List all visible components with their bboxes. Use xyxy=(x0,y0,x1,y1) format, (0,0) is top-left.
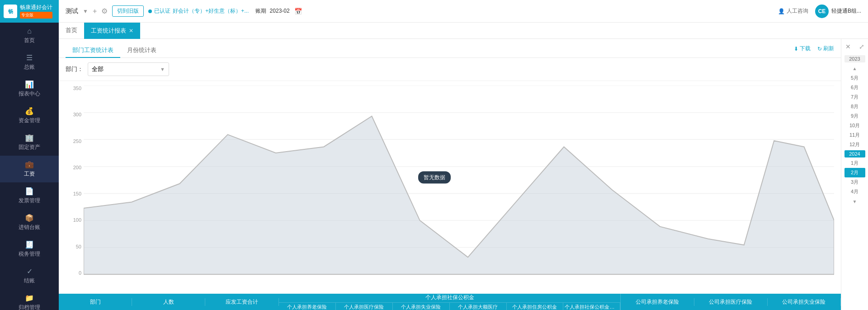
sales-icon: 📦 xyxy=(25,214,34,222)
topbar-add-button[interactable]: + xyxy=(93,7,97,15)
y-label-350: 350 xyxy=(66,86,84,91)
month-may-2023[interactable]: 5月 xyxy=(844,73,865,83)
y-label-250: 250 xyxy=(66,138,84,144)
col-company-unemployment: 公司承担失业保险 xyxy=(768,298,841,306)
salary-icon: 💼 xyxy=(25,160,34,169)
sidebar-item-archive[interactable]: 📁 归档管理 xyxy=(0,289,59,310)
sidebar-item-label: 税务管理 xyxy=(19,250,40,258)
chart-path xyxy=(84,116,834,275)
month-jul-2023[interactable]: 7月 xyxy=(844,92,865,102)
month-feb-2024[interactable]: 2月 xyxy=(844,168,865,177)
main-content: 测试 ▼ + ⚙ 切到旧版 已认证 好会计（专）+好生意（标）+... 账期 2… xyxy=(59,0,868,310)
user-menu[interactable]: CE 轻捷通B组... xyxy=(815,5,861,18)
panel-nav-up[interactable]: ▲ xyxy=(849,64,860,72)
refresh-button[interactable]: ↻ 刷新 xyxy=(817,45,834,52)
sidebar-item-sales[interactable]: 📦 进销台账 xyxy=(0,209,59,236)
panel-nav-down[interactable]: ▼ xyxy=(849,197,860,205)
sidebar-item-label: 进销台账 xyxy=(19,224,40,231)
month-apr-2024[interactable]: 4月 xyxy=(844,187,865,196)
y-label-0: 0 xyxy=(66,270,84,276)
y-label-100: 100 xyxy=(66,217,84,223)
refresh-icon: ↻ xyxy=(817,46,822,52)
chart-container: 350 300 250 200 150 100 50 0 xyxy=(59,81,841,294)
year-2023[interactable]: 2023 xyxy=(844,55,865,62)
sidebar-item-label: 资金管理 xyxy=(19,117,40,124)
col-unemployment: 个人承担失业保险 xyxy=(393,303,450,310)
old-version-button[interactable]: 切到旧版 xyxy=(112,5,144,17)
month-aug-2023[interactable]: 8月 xyxy=(844,102,865,111)
topbar: 测试 ▼ + ⚙ 切到旧版 已认证 好会计（专）+好生意（标）+... 账期 2… xyxy=(59,0,868,23)
sidebar-item-invoice[interactable]: 📄 发票管理 xyxy=(0,182,59,209)
month-jan-2024[interactable]: 1月 xyxy=(844,158,865,168)
y-label-150: 150 xyxy=(66,191,84,196)
username: 轻捷通B组... xyxy=(831,7,861,15)
avatar: CE xyxy=(815,5,829,18)
sidebar-item-label: 总账 xyxy=(24,63,35,71)
home-icon: ⌂ xyxy=(27,27,32,35)
sidebar-item-reports[interactable]: 📊 报表中心 xyxy=(0,76,59,102)
advisor-button[interactable]: 👤 人工咨询 xyxy=(778,7,808,15)
col-group-cells: 个人承担养老保险 个人承担医疗保险 个人承担失业保险 个人承担大额医疗 个人承担… xyxy=(279,303,621,310)
sidebar-logo: 畅 畅康通好会计 专业版 xyxy=(0,0,59,23)
sidebar-item-salary[interactable]: 💼 工资 xyxy=(0,156,59,182)
col-major-medical: 个人承担大额医疗 xyxy=(450,303,507,310)
panel-expand-button[interactable]: ⤢ xyxy=(856,41,867,52)
topbar-dropdown-arrow[interactable]: ▼ xyxy=(83,8,88,14)
logo-icon: 畅 xyxy=(4,5,17,18)
topbar-status: 已认证 好会计（专）+好生意（标）+... xyxy=(148,7,249,15)
topbar-settings-button[interactable]: ⚙ xyxy=(101,7,108,15)
y-axis: 350 300 250 200 150 100 50 0 xyxy=(66,86,84,276)
download-button[interactable]: ⬇ 下载 xyxy=(794,45,811,52)
dept-select[interactable]: 全部 ▼ xyxy=(88,62,169,76)
status-tags: 好会计（专）+好生意（标）+... xyxy=(173,7,249,15)
panel-close-button[interactable]: ✕ xyxy=(843,41,854,52)
sub-tab-dept[interactable]: 部门工资统计表 xyxy=(66,43,120,58)
sidebar-nav: ⌂ 首页 ☰ 总账 📊 报表中心 💰 资金管理 🏢 固定资产 💼 工资 xyxy=(0,23,59,310)
sub-tabs-left: 部门工资统计表 月份统计表 xyxy=(66,43,163,57)
checkout-icon: ✓ xyxy=(27,267,33,276)
month-mar-2024[interactable]: 3月 xyxy=(844,177,865,187)
sub-tab-monthly[interactable]: 月份统计表 xyxy=(120,43,163,58)
logo-title: 畅康通好会计 xyxy=(20,4,52,11)
tab-salary-report[interactable]: 工资统计报表 ✕ xyxy=(84,23,140,39)
sub-tabs: 部门工资统计表 月份统计表 ⬇ 下载 ↻ 刷新 xyxy=(59,39,841,58)
col-total-social: 个人承担社保公积金合计 xyxy=(563,303,620,310)
table-footer: 部门 人数 应发工资合计 个人承担社保公积金 个人承担养老保险 个人承担医疗保险… xyxy=(59,294,841,310)
col-company-medical: 公司承担医疗保险 xyxy=(694,298,768,306)
month-oct-2023[interactable]: 10月 xyxy=(844,121,865,130)
sub-tabs-right: ⬇ 下载 ↻ 刷新 xyxy=(794,45,834,56)
calendar-icon[interactable]: 📅 xyxy=(294,8,302,15)
month-jun-2023[interactable]: 6月 xyxy=(844,83,865,92)
y-label-300: 300 xyxy=(66,112,84,117)
month-sep-2023[interactable]: 9月 xyxy=(844,111,865,121)
sidebar-item-label: 归档管理 xyxy=(19,304,40,310)
tab-close-button[interactable]: ✕ xyxy=(129,28,133,34)
ledger-icon: ☰ xyxy=(26,53,33,62)
sidebar-item-tax[interactable]: 🧾 税务管理 xyxy=(0,236,59,262)
col-pension: 个人承担养老保险 xyxy=(279,303,336,310)
sidebar-item-label: 报表中心 xyxy=(19,90,40,98)
col-group-personal: 个人承担社保公积金 个人承担养老保险 个人承担医疗保险 个人承担失业保险 个人承… xyxy=(279,293,621,310)
filter-bar: 部门： 全部 ▼ xyxy=(59,58,841,81)
month-dec-2023[interactable]: 12月 xyxy=(844,140,865,149)
year-2024[interactable]: 2024 xyxy=(844,150,865,157)
sidebar-item-checkout[interactable]: ✓ 结账 xyxy=(0,262,59,289)
month-nov-2023[interactable]: 11月 xyxy=(844,130,865,140)
tax-icon: 🧾 xyxy=(25,240,34,249)
sidebar-item-home[interactable]: ⌂ 首页 xyxy=(0,23,59,49)
select-dropdown-arrow: ▼ xyxy=(160,67,165,72)
chart-area: 350 300 250 200 150 100 50 0 xyxy=(66,86,834,289)
status-certified: 已认证 xyxy=(154,7,170,15)
chart-svg-area xyxy=(84,86,834,276)
funds-icon: 💰 xyxy=(25,107,34,115)
content-main: 部门工资统计表 月份统计表 ⬇ 下载 ↻ 刷新 xyxy=(59,39,841,310)
download-icon: ⬇ xyxy=(794,46,798,52)
content-area: 部门工资统计表 月份统计表 ⬇ 下载 ↻ 刷新 xyxy=(59,39,868,310)
topbar-period: 账期 2023-02 xyxy=(255,7,289,15)
sidebar-item-funds[interactable]: 💰 资金管理 xyxy=(0,102,59,129)
col-dept: 部门 xyxy=(59,298,132,306)
sidebar-item-ledger[interactable]: ☰ 总账 xyxy=(0,49,59,76)
tabs-bar: 首页 工资统计报表 ✕ xyxy=(59,23,868,39)
tab-home[interactable]: 首页 xyxy=(59,23,84,39)
sidebar-item-assets[interactable]: 🏢 固定资产 xyxy=(0,129,59,156)
